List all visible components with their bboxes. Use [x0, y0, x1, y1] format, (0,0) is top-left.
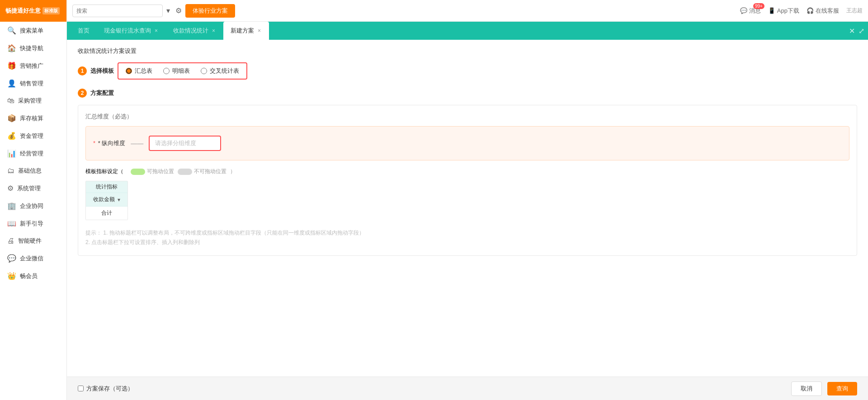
sidebar-logo: 畅捷通好生意 标准版 [0, 0, 66, 22]
tab-cashflow-close[interactable]: × [154, 28, 159, 34]
metrics-table-header: 统计指标 [86, 181, 127, 193]
sidebar-item-marketing[interactable]: 🎁 营销推广 [0, 57, 66, 75]
sidebar-item-label: 经营管理 [20, 150, 43, 158]
download-link[interactable]: 📱 App下载 [768, 7, 799, 15]
sidebar-item-label: 企业协同 [20, 202, 43, 210]
tab-home[interactable]: 首页 [71, 22, 97, 40]
folder-icon: 🗂 [7, 167, 14, 175]
section1-num: 1 [78, 66, 87, 75]
sidebar-item-label: 营销推广 [20, 62, 43, 70]
sidebar-item-inventory[interactable]: 📦 库存核算 [0, 109, 66, 127]
sidebar-item-guide[interactable]: 📖 新手引导 [0, 215, 66, 232]
sidebar-item-sales[interactable]: 👤 销售管理 [0, 75, 66, 92]
message-badge[interactable]: 💬 消息 99+ [740, 7, 761, 15]
template-detail-radio[interactable] [163, 68, 170, 74]
tab-home-label: 首页 [78, 27, 90, 35]
metrics-table: 统计指标 收款金额 ▾ 合计 [85, 181, 128, 220]
topbar-right: 💬 消息 99+ 📱 App下载 🎧 在线客服 王志超 [740, 7, 863, 15]
dimension-select[interactable]: 请选择分组维度 [149, 136, 221, 151]
sidebar-item-search-menu[interactable]: 🔍 搜索菜单 [0, 22, 66, 39]
industry-button[interactable]: 体验行业方案 [185, 4, 235, 18]
template-cross-option[interactable]: 交叉统计表 [201, 67, 239, 75]
box-icon: 📦 [7, 114, 16, 122]
sidebar-item-quick-nav[interactable]: 🏠 快捷导航 [0, 39, 66, 57]
sidebar-item-operation[interactable]: 📊 经营管理 [0, 145, 66, 162]
sidebar-item-finance[interactable]: 💰 资金管理 [0, 127, 66, 145]
sidebar-item-system[interactable]: ⚙ 系统管理 [0, 179, 66, 197]
sidebar-item-basic[interactable]: 🗂 基础信息 [0, 162, 66, 179]
dimension-arrow: —— [131, 140, 143, 147]
message-icon: 💬 [740, 7, 747, 14]
search-input[interactable] [72, 5, 163, 17]
logo-badge: 标准版 [42, 7, 60, 14]
content-area: 收款情况统计方案设置 1 选择模板 汇总表 明细表 [67, 40, 868, 400]
sidebar-item-wechat[interactable]: 💬 企业微信 [0, 249, 66, 267]
metrics-section: 模板指标设定（ 可拖动位置 不可拖动位置 ） [85, 168, 849, 220]
drag-hint: 可拖动位置 不可拖动位置 ） [131, 168, 236, 175]
sidebar-item-label: 系统管理 [17, 184, 41, 193]
gear-icon: ⚙ [7, 184, 14, 193]
sidebar-item-label: 基础信息 [18, 167, 42, 175]
non-draggable-hint: 不可拖动位置 [178, 168, 226, 175]
dimension-label: 汇总维度（必选） [85, 113, 849, 121]
topbar-gear-button[interactable]: ⚙ [175, 6, 182, 15]
save-option[interactable]: 方案保存（可选） [78, 385, 133, 393]
sidebar-item-hardware[interactable]: 🖨 智能硬件 [0, 232, 66, 249]
tab-cashflow[interactable]: 现金银行流水查询 × [97, 22, 166, 40]
bag-icon: 🛍 [7, 97, 14, 105]
sidebar-item-label: 库存核算 [20, 114, 43, 122]
template-summary-radio[interactable] [126, 68, 132, 74]
sidebar-item-label: 资金管理 [20, 132, 43, 140]
tip-2: 2. 点击标题栏下拉可设置排序、插入列和删除列 [85, 239, 849, 246]
page-title: 收款情况统计方案设置 [78, 47, 857, 55]
printer-icon: 🖨 [7, 237, 14, 245]
section1-title: 选择模板 [90, 67, 114, 75]
tips-section: 提示： 1. 拖动标题栏可以调整布局，不可跨维度或指标区域拖动栏目字段（只能在同… [85, 229, 849, 246]
topbar-dropdown-button[interactable]: ▾ [166, 6, 170, 15]
dimension-row: * * 纵向维度 —— 请选择分组维度 [93, 136, 221, 151]
tab-new-scheme-label: 新建方案 [231, 27, 254, 35]
crown-icon: 👑 [7, 272, 16, 280]
tab-collection-label: 收款情况统计 [173, 27, 208, 35]
tab-collection-close[interactable]: × [211, 28, 216, 34]
user-name[interactable]: 王志超 [846, 7, 863, 14]
section-config: 2 方案配置 汇总维度（必选） * * 纵向维度 —— [78, 89, 857, 256]
save-checkbox[interactable] [78, 386, 84, 391]
tab-collection[interactable]: 收款情况统计 × [166, 22, 223, 40]
metrics-col-header[interactable]: 收款金额 ▾ [86, 193, 127, 207]
query-button[interactable]: 查询 [827, 382, 857, 395]
template-detail-option[interactable]: 明细表 [163, 67, 190, 75]
sidebar-item-purchase[interactable]: 🛍 采购管理 [0, 92, 66, 109]
template-summary-label: 汇总表 [135, 67, 152, 75]
tabbar: 首页 现金银行流水查询 × 收款情况统计 × 新建方案 × ✕ ⤢ [67, 22, 868, 40]
section2-title: 方案配置 [90, 89, 114, 97]
sidebar-item-enterprise[interactable]: 🏢 企业协同 [0, 197, 66, 215]
service-label: 在线客服 [816, 7, 839, 15]
template-detail-label: 明细表 [172, 67, 190, 75]
metrics-col-name: 收款金额 [93, 196, 115, 203]
download-label: App下载 [777, 7, 799, 15]
metrics-header: 模板指标设定（ 可拖动位置 不可拖动位置 ） [85, 168, 849, 175]
required-asterisk: * [93, 140, 95, 146]
sidebar-item-label: 销售管理 [20, 80, 43, 88]
tab-new-scheme[interactable]: 新建方案 × [223, 22, 269, 40]
col-dropdown-icon[interactable]: ▾ [118, 197, 120, 203]
sidebar-item-label: 搜索菜单 [20, 27, 43, 35]
tab-close-all-button[interactable]: ✕ [849, 27, 855, 35]
footer: 方案保存（可选） 取消 查询 [67, 376, 868, 400]
message-count: 99+ [753, 3, 764, 9]
search-icon: 🔍 [7, 26, 16, 35]
hint-close: ） [230, 168, 236, 175]
service-link[interactable]: 🎧 在线客服 [807, 7, 839, 15]
section2-header: 2 方案配置 [78, 89, 857, 98]
tab-new-scheme-close[interactable]: × [257, 28, 262, 34]
dimension-select-placeholder: 请选择分组维度 [155, 140, 196, 146]
page-content: 收款情况统计方案设置 1 选择模板 汇总表 明细表 [67, 40, 868, 376]
tab-expand-button[interactable]: ⤢ [859, 27, 864, 35]
cancel-button[interactable]: 取消 [791, 381, 822, 396]
draggable-badge [131, 169, 145, 175]
sidebar-item-vip[interactable]: 👑 畅会员 [0, 267, 66, 285]
template-cross-radio[interactable] [201, 68, 207, 74]
sidebar-item-label: 新手引导 [20, 220, 43, 228]
template-summary-option[interactable]: 汇总表 [126, 67, 152, 75]
